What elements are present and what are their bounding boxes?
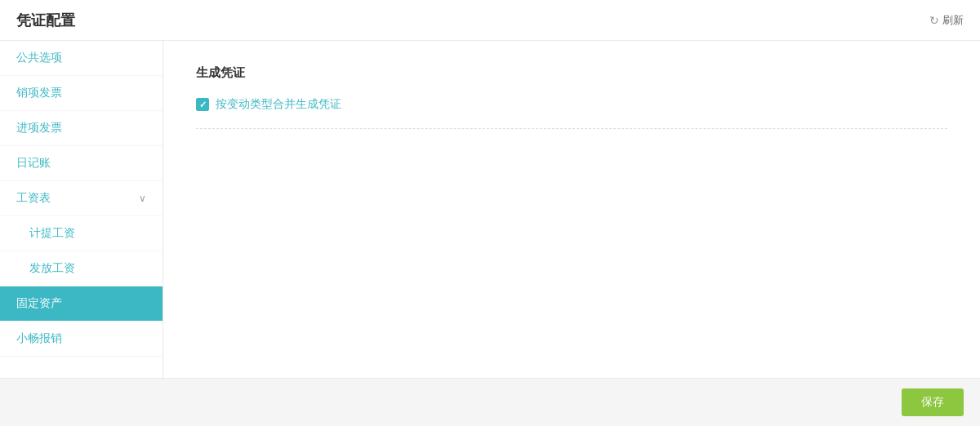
sidebar-item-label: 日记账 (16, 156, 51, 171)
sidebar: 公共选项 销项发票 进项发票 日记账 工资表 ∨ 计提工资 发放工资 固定资产 … (0, 41, 163, 378)
sidebar-item-public[interactable]: 公共选项 (0, 41, 163, 76)
section-divider (196, 128, 947, 129)
sidebar-item-label: 小畅报销 (16, 331, 62, 346)
save-button[interactable]: 保存 (902, 388, 964, 416)
sidebar-item-accrual-salary[interactable]: 计提工资 (0, 216, 163, 251)
checkbox-label: 按变动类型合并生成凭证 (216, 97, 341, 112)
sidebar-item-label: 公共选项 (16, 51, 62, 65)
sidebar-item-payroll[interactable]: 工资表 ∨ (0, 181, 163, 216)
sidebar-item-label: 计提工资 (29, 226, 75, 241)
sidebar-item-label: 固定资产 (16, 296, 62, 311)
content-area: 生成凭证 按变动类型合并生成凭证 (163, 41, 980, 378)
header: 凭证配置 ↻ 刷新 (0, 0, 980, 41)
refresh-button[interactable]: ↻ 刷新 (929, 13, 964, 28)
checkbox-row: 按变动类型合并生成凭证 (196, 97, 947, 112)
sidebar-item-label: 工资表 (16, 191, 51, 206)
footer: 保存 (0, 378, 980, 426)
sidebar-item-pay-salary[interactable]: 发放工资 (0, 251, 163, 286)
sidebar-item-label: 进项发票 (16, 121, 62, 135)
merge-by-type-checkbox[interactable] (196, 98, 209, 111)
refresh-label: 刷新 (942, 13, 964, 28)
sidebar-item-label: 发放工资 (29, 261, 75, 276)
main-container: 公共选项 销项发票 进项发票 日记账 工资表 ∨ 计提工资 发放工资 固定资产 … (0, 41, 980, 378)
page-title: 凭证配置 (16, 11, 75, 30)
refresh-icon: ↻ (929, 14, 939, 27)
section-title: 生成凭证 (196, 65, 947, 81)
sidebar-item-label: 销项发票 (16, 86, 62, 100)
sidebar-item-expense[interactable]: 小畅报销 (0, 322, 163, 357)
sidebar-item-purchase-invoice[interactable]: 进项发票 (0, 111, 163, 146)
sidebar-item-fixed-assets[interactable]: 固定资产 (0, 286, 163, 322)
sidebar-item-journal[interactable]: 日记账 (0, 146, 163, 181)
sidebar-item-sales-invoice[interactable]: 销项发票 (0, 76, 163, 111)
chevron-down-icon: ∨ (139, 193, 146, 204)
